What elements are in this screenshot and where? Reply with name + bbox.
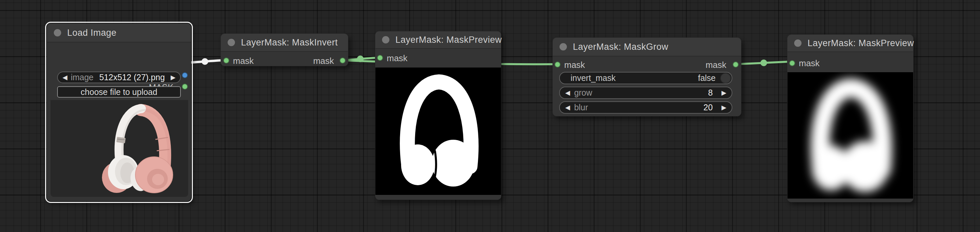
image-preview-headphones-photo [51, 100, 188, 197]
mask-preview-image [375, 68, 501, 195]
increment-arrow-icon[interactable]: ▶ [721, 90, 726, 96]
node-maskpreview-1-header[interactable]: LayerMask: MaskPreview [375, 32, 501, 49]
grow-number-widget[interactable]: ◀ grow 8 ▶ [559, 87, 732, 99]
decrement-arrow-icon[interactable]: ◀ [565, 90, 570, 96]
wire-midpoint-dot-green-1[interactable] [357, 56, 364, 62]
image-combo-widget[interactable]: ◀ image 512x512 (27).png ▶ [57, 72, 181, 83]
node-title: LayerMask: MaskPreview [395, 35, 502, 45]
headphones-photo-icon [51, 100, 188, 197]
number-label: grow [574, 88, 592, 98]
input-label-mask: mask [387, 53, 407, 64]
number-label: blur [574, 103, 588, 112]
input-label-mask: mask [799, 58, 819, 68]
wire-midpoint-dot-white[interactable] [202, 58, 208, 65]
input-label-mask: mask [564, 60, 585, 70]
decrement-arrow-icon[interactable]: ◀ [565, 104, 570, 111]
output-label-mask: mask [280, 56, 334, 66]
output-label-mask: mask [673, 60, 726, 70]
node-title: LayerMask: MaskPreview [808, 38, 914, 48]
input-slot-mask[interactable] [555, 62, 560, 68]
combo-label: image [71, 73, 94, 82]
node-title: LayerMask: MaskInvert [241, 37, 338, 48]
node-graph-canvas[interactable]: Load Image IMAGE MASK ◀ image 512x512 (2… [0, 0, 980, 232]
output-slot-mask[interactable] [733, 62, 739, 68]
node-title: LayerMask: MaskGrow [573, 42, 668, 52]
node-collapse-dot-icon[interactable] [54, 29, 61, 37]
node-collapse-dot-icon[interactable] [560, 43, 567, 51]
node-title: Load Image [67, 28, 117, 38]
combo-prev-arrow-icon[interactable]: ◀ [62, 74, 67, 81]
toggle-value: false [698, 73, 716, 83]
output-slot-mask[interactable] [340, 57, 345, 64]
node-collapse-dot-icon[interactable] [794, 40, 802, 47]
node-maskpreview-1[interactable]: LayerMask: MaskPreview mask [375, 31, 501, 200]
blur-number-widget[interactable]: ◀ blur 20 ▶ [559, 101, 732, 114]
input-slot-mask[interactable] [223, 57, 229, 64]
node-maskinvert-header[interactable]: LayerMask: MaskInvert [221, 34, 348, 52]
blurred-mask-preview-image [788, 72, 913, 199]
input-slot-mask[interactable] [789, 60, 795, 66]
headphones-mask-icon [375, 68, 501, 195]
node-maskgrow[interactable]: LayerMask: MaskGrow mask mask invert_mas… [552, 37, 741, 116]
headphones-mask-blurred-icon [788, 72, 913, 199]
number-value[interactable]: 8 [708, 88, 713, 98]
node-load-image-header[interactable]: Load Image [47, 24, 191, 43]
output-slot-mask[interactable] [182, 84, 188, 90]
node-load-image[interactable]: Load Image IMAGE MASK ◀ image 512x512 (2… [47, 24, 191, 201]
node-maskinvert[interactable]: LayerMask: MaskInvert mask mask [221, 33, 348, 66]
node-maskgrow-header[interactable]: LayerMask: MaskGrow [553, 38, 741, 57]
number-value[interactable]: 20 [703, 103, 713, 112]
toggle-label: invert_mask [571, 73, 616, 83]
node-maskpreview-2-header[interactable]: LayerMask: MaskPreview [788, 35, 913, 52]
output-slot-image[interactable] [182, 72, 188, 78]
node-collapse-dot-icon[interactable] [228, 39, 235, 46]
wire-midpoint-dot-green-2[interactable] [760, 59, 767, 66]
node-collapse-dot-icon[interactable] [382, 36, 390, 43]
input-label-mask: mask [233, 56, 254, 66]
choose-file-button[interactable]: choose file to upload [57, 86, 181, 98]
invert-mask-toggle-widget[interactable]: invert_mask false [559, 72, 732, 84]
toggle-knob-icon[interactable] [720, 73, 731, 84]
combo-value: 512x512 (27).png [94, 73, 171, 82]
node-maskpreview-2[interactable]: LayerMask: MaskPreview mask [787, 35, 913, 202]
input-slot-mask[interactable] [377, 55, 383, 61]
increment-arrow-icon[interactable]: ▶ [721, 104, 726, 111]
combo-next-arrow-icon[interactable]: ▶ [170, 74, 175, 81]
